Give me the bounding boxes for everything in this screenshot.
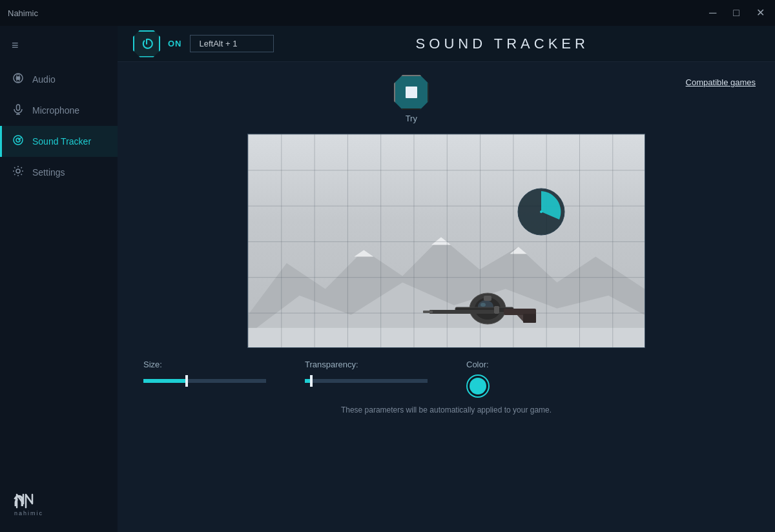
svg-rect-24 [429,310,494,314]
app-title: Nahimic [8,8,38,18]
audio-icon [12,72,25,87]
svg-point-8 [16,169,20,173]
svg-point-1 [16,76,20,80]
try-widget: Try [394,75,429,123]
svg-text:nahimic: nahimic [14,510,43,517]
svg-point-18 [540,210,542,213]
sidebar-label-microphone: Microphone [32,105,79,116]
main-content: ON LeftAlt + 1 Sound Tracker Try Compati… [118,26,775,532]
svg-text:ก: ก [13,490,24,510]
svg-rect-29 [523,314,536,323]
transparency-label: Transparency: [305,360,428,369]
sidebar-label-audio: Audio [32,74,56,85]
shortcut-display[interactable]: LeftAlt + 1 [190,35,274,52]
size-control: Size: [143,360,266,398]
sidebar: ≡ Audio Microphone [0,26,118,532]
sidebar-item-microphone[interactable]: Microphone [0,95,118,126]
gun-visual [404,257,546,347]
try-button[interactable] [394,75,429,110]
maximize-button[interactable]: □ [730,6,742,19]
microphone-icon [12,103,25,118]
try-label: Try [406,114,417,123]
minimize-button[interactable]: ─ [707,6,719,19]
tracker-indicator [515,186,567,238]
svg-rect-2 [17,105,20,110]
sound-tracker-icon [12,134,25,148]
controls-row: Size: Transparency: [137,360,756,398]
transparency-slider-thumb[interactable] [310,375,313,387]
try-button-inner [406,87,417,98]
sidebar-item-settings[interactable]: Settings [0,157,118,188]
svg-rect-26 [484,296,491,301]
size-slider-container [143,374,266,387]
svg-marker-15 [431,237,451,245]
close-button[interactable]: ✕ [754,6,767,19]
size-slider-thumb[interactable] [185,375,188,387]
try-section: Try Compatible games [137,75,756,123]
settings-icon [12,165,25,179]
game-preview [247,134,645,348]
power-button[interactable] [133,30,160,57]
sidebar-item-audio[interactable]: Audio [0,64,118,95]
topbar: ON LeftAlt + 1 Sound Tracker [118,26,775,62]
compatible-games-link[interactable]: Compatible games [686,75,756,87]
size-slider-track [143,379,266,383]
app-body: ≡ Audio Microphone [0,26,775,532]
hamburger-menu[interactable]: ≡ [0,32,118,64]
page-title: Sound Tracker [284,36,760,52]
svg-rect-25 [423,311,433,313]
size-label: Size: [143,360,266,369]
titlebar: Nahimic ─ □ ✕ [0,0,775,26]
sidebar-logo: ก nahimic [0,470,118,532]
color-swatch [470,378,486,394]
svg-rect-27 [494,306,499,314]
size-slider-fill [143,379,187,383]
svg-marker-14 [354,250,373,256]
window-controls: ─ □ ✕ [707,6,767,19]
color-button[interactable] [466,374,490,398]
transparency-slider-track [305,379,428,383]
power-state-label: ON [168,39,182,48]
sidebar-label-settings: Settings [32,167,65,178]
sidebar-item-sound-tracker[interactable]: Sound Tracker [0,126,118,157]
note-text: These parameters will be automatically a… [137,405,756,414]
sidebar-label-sound-tracker: Sound Tracker [32,136,91,147]
transparency-control: Transparency: [305,360,428,398]
color-control: Color: [466,360,490,398]
content-area: Try Compatible games [118,62,775,532]
color-label: Color: [466,360,490,369]
transparency-slider-container [305,374,428,387]
svg-point-22 [480,303,486,307]
